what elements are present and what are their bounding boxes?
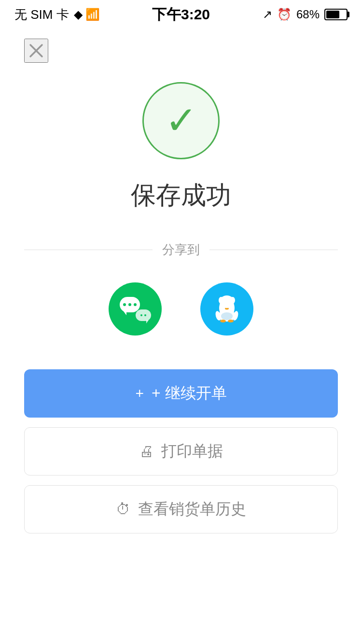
share-qq-button[interactable] — [200, 282, 253, 336]
main-content: ✓ 保存成功 分享到 — [0, 29, 362, 644]
status-time: 下午3:20 — [152, 5, 210, 25]
share-wechat-button[interactable] — [109, 282, 162, 336]
plus-icon: + — [135, 385, 144, 402]
carrier-label: 无 SIM 卡 — [14, 6, 69, 23]
action-buttons: + + 继续开单 🖨 打印单据 ⏱ 查看销货单历史 — [24, 369, 338, 533]
svg-point-11 — [220, 320, 226, 322]
share-label: 分享到 — [162, 241, 200, 258]
close-icon — [28, 42, 45, 59]
history-icon: ⏱ — [116, 501, 130, 518]
history-button[interactable]: ⏱ 查看销货单历史 — [24, 485, 338, 533]
battery-percent: 68% — [296, 8, 320, 21]
print-button[interactable]: 🖨 打印单据 — [24, 427, 338, 476]
checkmark-icon: ✓ — [165, 101, 197, 140]
status-left: 无 SIM 卡 ◆ 📶 — [14, 6, 100, 23]
svg-point-15 — [220, 295, 234, 308]
svg-point-10 — [221, 312, 233, 320]
success-title: 保存成功 — [131, 179, 231, 212]
wechat-icon — [120, 297, 151, 321]
share-buttons-container — [109, 282, 253, 336]
continue-order-label: + 继续开单 — [152, 383, 227, 404]
location-icon: ↗ — [263, 8, 272, 21]
status-bar: 无 SIM 卡 ◆ 📶 下午3:20 ↗ ⏰ 68% — [0, 0, 362, 29]
qq-icon — [211, 294, 243, 325]
battery-icon — [324, 9, 348, 20]
history-label: 查看销货单历史 — [138, 499, 246, 520]
svg-point-12 — [228, 320, 234, 322]
alarm-icon: ⏰ — [277, 8, 292, 21]
success-icon-circle: ✓ — [142, 82, 220, 159]
print-icon: 🖨 — [139, 443, 153, 460]
share-divider: 分享到 — [24, 241, 338, 258]
close-button[interactable] — [24, 39, 48, 63]
continue-order-button[interactable]: + + 继续开单 — [24, 369, 338, 418]
wifi-icon: ◆ 📶 — [74, 8, 100, 21]
print-label: 打印单据 — [161, 441, 223, 462]
status-right: ↗ ⏰ 68% — [263, 8, 348, 21]
